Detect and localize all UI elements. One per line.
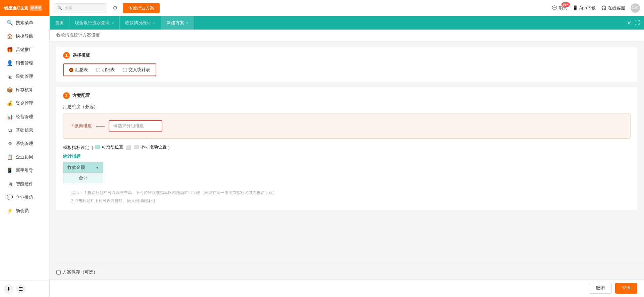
dimension-placeholder: 请选择分组维度 <box>113 123 144 128</box>
sidebar-icon-2[interactable]: ☰ <box>16 284 25 294</box>
marketing-icon: 🎁 <box>6 46 13 53</box>
sidebar-item-purchase[interactable]: 🛍 采购管理 <box>0 70 49 83</box>
tab-close-collection-stat[interactable]: × <box>153 20 156 25</box>
config-section: 2 方案配置 汇总维度（必选） * 纵向维度 —— 请选择分组维度 <box>56 87 637 210</box>
guide-icon: 📱 <box>6 167 13 174</box>
query-button[interactable]: 查询 <box>615 283 637 294</box>
sidebar-item-enterprise[interactable]: 📋 企业协同 <box>0 150 49 164</box>
sidebar-label-member: 畅会员 <box>16 208 29 214</box>
sidebar-label-hardware: 智能硬件 <box>16 181 33 187</box>
indicator-cell: 合计 <box>63 173 103 183</box>
sidebar-item-search-menu[interactable]: 🔍 搜索菜单 <box>0 16 49 30</box>
tabbar: 首页现金银行流水查询×收款情况统计×新建方案× ✕ ⛶ <box>50 16 644 30</box>
template-summary-option[interactable]: 汇总表 <box>69 67 88 73</box>
sidebar-item-finance[interactable]: 💰 资金管理 <box>0 97 49 110</box>
tab-close-bank-flow[interactable]: × <box>112 20 114 25</box>
purchase-icon: 🛍 <box>6 73 13 80</box>
topbar-search[interactable]: 🔍 搜索 <box>54 3 107 12</box>
sidebar-logo: 畅捷通好生意 标准版 <box>0 0 49 16</box>
dimension-row: * 纵向维度 —— 请选择分组维度 <box>71 120 622 132</box>
tab-collection-stat[interactable]: 收款情况统计× <box>120 16 161 30</box>
page-content: 收款情况统计方案设置 1 选择模板 汇总表 明细表 <box>50 30 644 279</box>
indicator-header[interactable]: 收款金额 ▼ <box>63 162 103 173</box>
template-detail-radio[interactable] <box>96 68 100 72</box>
sidebar-label-operation: 经营管理 <box>16 114 33 120</box>
sidebar-item-basic-info[interactable]: 🗂 基础信息 <box>0 123 49 137</box>
page-body: 1 选择模板 汇总表 明细表 交叉统计表 <box>50 41 644 265</box>
section2-header: 2 方案配置 <box>63 92 631 99</box>
tab-label-new-plan: 新建方案 <box>167 20 184 26</box>
template-crosstab-radio[interactable] <box>123 68 127 72</box>
sidebar-item-inventory[interactable]: 📦 库存核算 <box>0 83 49 97</box>
sidebar-item-sales[interactable]: 👤 销售管理 <box>0 56 49 70</box>
tab-bank-flow[interactable]: 现金银行流水查询× <box>69 16 120 30</box>
tab-label-collection-stat: 收款情况统计 <box>125 20 151 26</box>
sidebar-icon-1[interactable]: ⬇ <box>4 284 13 294</box>
online-service-button[interactable]: 🎧 在线客服 <box>601 5 625 11</box>
avatar-text: CaR <box>632 6 639 10</box>
sidebar-label-marketing: 营销推广 <box>16 47 33 53</box>
chevron-down-icon: ▼ <box>96 166 99 169</box>
sidebar-item-member[interactable]: ⚡ 畅会员 <box>0 204 49 217</box>
dimension-section-label: 汇总维度（必选） <box>63 104 631 110</box>
indicator-table-container: 统计指标 收款金额 ▼ 合计 <box>63 153 631 183</box>
sidebar-label-search-menu: 搜索菜单 <box>16 20 33 26</box>
operation-icon: 📊 <box>6 113 13 120</box>
sidebar-item-operation[interactable]: 📊 经营管理 <box>0 110 49 123</box>
indicator-settings-label: 模板指标设定（ 可拖动位置 ⬜ 不可拖动位置 ） <box>63 144 631 151</box>
sidebar: 畅捷通好生意 标准版 🔍 搜索菜单 🏠 快捷导航 🎁 营销推广 👤 销售管理 🛍… <box>0 0 50 297</box>
topbar-right: 💬 消息 99+ 📱 App下载 🎧 在线客服 CaR <box>552 3 640 13</box>
dimension-arrow: —— <box>96 123 105 129</box>
template-detail-option[interactable]: 明细表 <box>96 67 115 73</box>
indicator-category-label: 统计指标 <box>63 153 631 159</box>
section2-title: 方案配置 <box>72 93 90 99</box>
sales-icon: 👤 <box>6 60 13 66</box>
page-breadcrumb: 收款情况统计方案设置 <box>50 30 644 41</box>
maximize-window-icon[interactable]: ⛶ <box>635 20 640 26</box>
settings-icon[interactable]: ⚙ <box>113 5 117 11</box>
topbar: 🔍 搜索 ⚙ 体验行业方案 💬 消息 99+ 📱 App下载 🎧 在线客服 Ca… <box>50 0 644 16</box>
sidebar-item-quick-nav[interactable]: 🏠 快捷导航 <box>0 30 49 43</box>
tab-new-plan[interactable]: 新建方案× <box>161 16 194 30</box>
close-window-icon[interactable]: ✕ <box>627 20 631 26</box>
cancel-button[interactable]: 取消 <box>589 283 612 294</box>
sidebar-label-wechat: 企业微信 <box>16 194 33 200</box>
notification-button[interactable]: 💬 消息 99+ <box>552 5 567 11</box>
message-icon: 💬 <box>552 5 557 10</box>
tab-close-new-plan[interactable]: × <box>186 20 189 25</box>
save-option-label[interactable]: 方案保存（可选） <box>56 269 98 275</box>
save-option-text: 方案保存（可选） <box>63 269 98 275</box>
indicator-table: 收款金额 ▼ 合计 <box>63 162 103 183</box>
notification-badge: 99+ <box>561 2 570 7</box>
template-detail-label: 明细表 <box>102 67 115 73</box>
sidebar-item-wechat[interactable]: 💬 企业微信 <box>0 191 49 204</box>
search-menu-icon: 🔍 <box>6 19 13 26</box>
sidebar-item-guide[interactable]: 📱 新手引导 <box>0 164 49 177</box>
user-avatar[interactable]: CaR <box>631 3 640 13</box>
indicator-settings: 模板指标设定（ 可拖动位置 ⬜ 不可拖动位置 ） 统计指标 <box>63 144 631 183</box>
template-crosstab-option[interactable]: 交叉统计表 <box>123 67 150 73</box>
template-summary-radio[interactable] <box>69 68 73 72</box>
page-header-text: 收款情况统计方案设置 <box>56 33 100 38</box>
sidebar-label-guide: 新手引导 <box>16 167 33 174</box>
system-icon: ⚙ <box>6 140 13 147</box>
trial-button[interactable]: 体验行业方案 <box>123 3 160 13</box>
sidebar-label-quick-nav: 快捷导航 <box>16 33 33 39</box>
template-summary-label: 汇总表 <box>75 67 88 73</box>
tab-label-home: 首页 <box>55 20 64 26</box>
save-option-checkbox[interactable] <box>56 270 61 275</box>
sidebar-label-basic-info: 基础信息 <box>16 127 33 133</box>
sidebar-item-hardware[interactable]: 🖥 智能硬件 <box>0 177 49 191</box>
app-download-button[interactable]: 📱 App下载 <box>573 5 596 11</box>
sidebar-label-finance: 资金管理 <box>16 100 33 106</box>
logo-text: 畅捷通好生意 <box>4 5 28 11</box>
sidebar-item-system[interactable]: ⚙ 系统管理 <box>0 137 49 150</box>
search-placeholder-text: 搜索 <box>64 5 72 11</box>
dimension-title-text: 汇总维度（必选） <box>63 104 98 109</box>
tab-home[interactable]: 首页 <box>50 16 69 30</box>
section1-title: 选择模板 <box>72 52 90 58</box>
app-download-label: App下载 <box>579 5 596 11</box>
dimension-select[interactable]: 请选择分组维度 <box>109 120 162 132</box>
inventory-icon: 📦 <box>6 87 13 93</box>
sidebar-item-marketing[interactable]: 🎁 营销推广 <box>0 43 49 56</box>
